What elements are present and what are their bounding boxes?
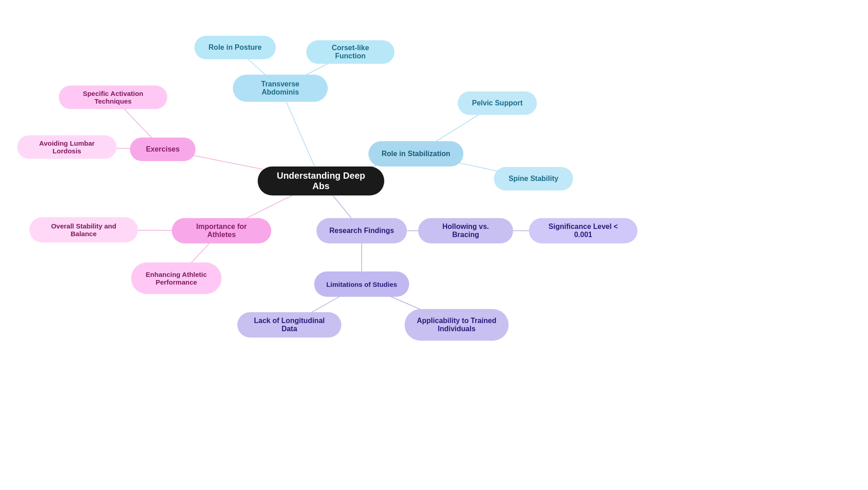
research-findings-node[interactable]: Research Findings: [316, 218, 407, 243]
role-in-posture-node[interactable]: Role in Posture: [194, 36, 276, 59]
corset-like-function-node[interactable]: Corset-like Function: [307, 40, 395, 64]
spine-stability-node[interactable]: Spine Stability: [494, 167, 573, 190]
transverse-abdominis-node[interactable]: Transverse Abdominis: [233, 75, 328, 102]
applicability-trained-node[interactable]: Applicability to Trained Individuals: [405, 309, 509, 341]
lack-longitudinal-node[interactable]: Lack of Longitudinal Data: [237, 312, 341, 338]
role-in-stabilization-node[interactable]: Role in Stabilization: [368, 141, 463, 167]
center-node[interactable]: Understanding Deep Abs: [258, 167, 384, 195]
connections-svg: [0, 0, 868, 490]
exercises-node[interactable]: Exercises: [130, 138, 196, 161]
importance-for-athletes-node[interactable]: Importance for Athletes: [172, 218, 271, 243]
avoiding-lumbar-node[interactable]: Avoiding Lumbar Lordosis: [17, 135, 117, 159]
enhancing-athletic-node[interactable]: Enhancing Athletic Performance: [131, 262, 222, 294]
pelvic-support-node[interactable]: Pelvic Support: [458, 91, 537, 115]
specific-activation-node[interactable]: Specific Activation Techniques: [59, 86, 167, 109]
mindmap-container: Understanding Deep Abs Transverse Abdomi…: [0, 0, 868, 490]
overall-stability-node[interactable]: Overall Stability and Balance: [29, 217, 138, 243]
limitations-of-studies-node[interactable]: Limitations of Studies: [314, 271, 409, 297]
hollowing-bracing-node[interactable]: Hollowing vs. Bracing: [418, 218, 513, 243]
significance-level-node[interactable]: Significance Level < 0.001: [529, 218, 637, 243]
